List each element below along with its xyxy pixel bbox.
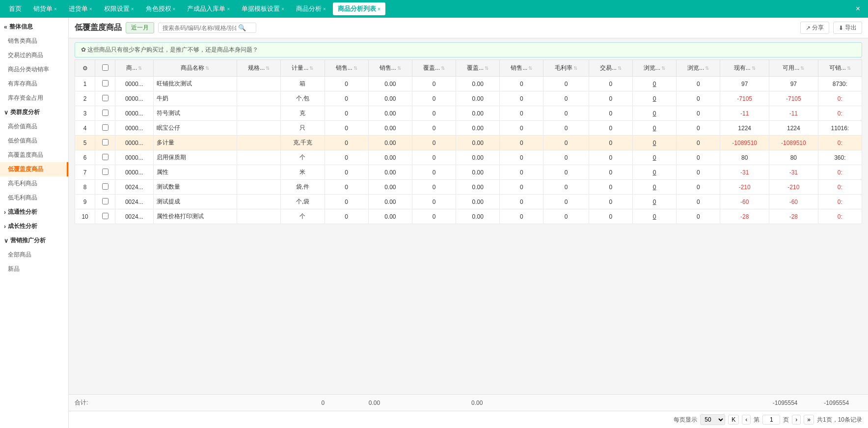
row-checkbox[interactable] [95, 150, 115, 165]
row-checkbox[interactable] [95, 195, 115, 209]
col-available[interactable]: 可用...⇅ [769, 60, 818, 77]
sidebar-item-new-goods[interactable]: 新品 [0, 262, 68, 276]
row-spec [237, 165, 281, 180]
nav-close-roles[interactable]: × [173, 6, 176, 12]
sidebar-item-low-coverage[interactable]: 低覆盖度商品 [0, 162, 68, 176]
export-button[interactable]: ⬇ 导出 [833, 22, 862, 34]
per-page-select[interactable]: 50 20 100 [700, 414, 725, 425]
nav-item-home[interactable]: 首页 [4, 2, 27, 15]
sidebar-item-traded-goods[interactable]: 交易过的商品 [0, 48, 68, 62]
row-browse2: 0 [677, 77, 720, 91]
row-sale-amt: 0.00 [368, 91, 412, 106]
date-filter-button[interactable]: 近一月 [126, 22, 154, 33]
nav-item-templates[interactable]: 单据模板设置 × [237, 2, 289, 15]
row-checkbox[interactable] [95, 136, 115, 150]
col-coverage2[interactable]: 覆盖...⇅ [456, 60, 500, 77]
sidebar-section-overview[interactable]: « 整体信息 [0, 20, 68, 34]
row-sale-count: 0 [500, 165, 543, 180]
sidebar-item-high-coverage[interactable]: 高覆盖度商品 [0, 148, 68, 162]
row-checkbox[interactable] [95, 91, 115, 106]
sidebar-item-stocked-goods[interactable]: 有库存商品 [0, 77, 68, 91]
nav-close-templates[interactable]: × [281, 6, 284, 12]
col-unit[interactable]: 计量...⇅ [281, 60, 325, 77]
sidebar-section-growth[interactable]: › 成长性分析 [0, 219, 68, 233]
col-sale-amt[interactable]: 销售...⇅ [368, 60, 412, 77]
row-sale-qty: 0 [325, 209, 368, 224]
row-number: 2 [75, 91, 95, 106]
col-settings[interactable]: ⚙ [75, 60, 95, 77]
sort-icon-cov2: ⇅ [485, 65, 488, 71]
nav-item-permissions[interactable]: 权限设置 × [99, 2, 139, 15]
col-spec[interactable]: 规格...⇅ [237, 60, 281, 77]
sidebar-item-inventory-capital[interactable]: 库存资金占用 [0, 91, 68, 105]
sidebar-item-category-rate[interactable]: 商品分类动销率 [0, 62, 68, 77]
sidebar-item-low-value[interactable]: 低价值商品 [0, 134, 68, 148]
row-sale-qty: 0 [325, 136, 368, 150]
next-page-button[interactable]: › [792, 415, 801, 425]
total-current-stock: -1095554 [760, 399, 811, 406]
nav-item-analytics-list[interactable]: 商品分析列表 × [333, 2, 385, 15]
nav-close-sales[interactable]: × [54, 6, 57, 12]
last-page-button[interactable]: » [804, 415, 814, 425]
top-navigation: 首页 销货单 × 进货单 × 权限设置 × 角色授权 × 产成品入库单 × 单据… [0, 0, 868, 18]
nav-item-inventory[interactable]: 产成品入库单 × [182, 2, 235, 15]
page-title: 低覆盖度商品 [75, 23, 122, 33]
row-checkbox[interactable] [95, 180, 115, 195]
sidebar-item-high-margin[interactable]: 高毛利商品 [0, 176, 68, 191]
info-banner: ✿ 这些商品只有很少客户购买过，是推广不够，还是商品本身问题？ [75, 42, 862, 57]
table-row: 50000...多计量克,千克00.0000.0000000-1089510-1… [75, 136, 862, 150]
nav-item-purchase[interactable]: 进货单 × [64, 2, 97, 15]
col-sellable[interactable]: 可销...⇅ [818, 60, 862, 77]
row-sale-count: 0 [500, 91, 543, 106]
row-name: 眠宝公仔 [153, 121, 237, 136]
col-gross-margin[interactable]: 毛利率⇅ [543, 60, 589, 77]
row-checkbox[interactable] [95, 209, 115, 224]
share-button[interactable]: ↗ 分享 [800, 22, 829, 34]
row-gross-margin: 0 [543, 209, 589, 224]
nav-item-analytics[interactable]: 商品分析 × [291, 2, 331, 15]
window-close-button[interactable]: × [852, 4, 864, 13]
current-page-input[interactable] [762, 415, 780, 425]
row-checkbox[interactable] [95, 165, 115, 180]
sidebar-item-all-goods[interactable]: 全部商品 [0, 248, 68, 262]
col-checkbox[interactable] [95, 60, 115, 77]
nav-close-analytics-list[interactable]: × [378, 6, 380, 12]
sidebar-item-high-value[interactable]: 高价值商品 [0, 119, 68, 134]
nav-item-sales[interactable]: 销货单 × [28, 2, 62, 15]
col-code[interactable]: 商...⇅ [115, 60, 153, 77]
row-checkbox[interactable] [95, 106, 115, 121]
row-unit: 个 [281, 209, 325, 224]
col-trade[interactable]: 交易...⇅ [589, 60, 632, 77]
row-sale-qty: 0 [325, 77, 368, 91]
table-row: 10000...旺铺批次测试箱00.0000.000000097978730: [75, 77, 862, 91]
nav-close-purchase[interactable]: × [89, 6, 92, 12]
row-spec [237, 121, 281, 136]
sidebar-section-cluster[interactable]: ∨ 类群度分析 [0, 105, 68, 119]
select-all-checkbox[interactable] [102, 64, 108, 71]
nav-close-permissions[interactable]: × [131, 6, 134, 12]
col-name[interactable]: 商品名称⇅ [153, 60, 237, 77]
sidebar-section-circulation[interactable]: › 流通性分析 [0, 205, 68, 219]
search-input[interactable] [163, 25, 236, 31]
sidebar-item-low-margin[interactable]: 低毛利商品 [0, 191, 68, 205]
row-checkbox[interactable] [95, 121, 115, 136]
row-available-stock: 80 [769, 150, 818, 165]
col-coverage1[interactable]: 覆盖...⇅ [412, 60, 456, 77]
row-sellable: 11016: [818, 121, 862, 136]
row-checkbox[interactable] [95, 77, 115, 91]
col-current-stock[interactable]: 现有...⇅ [720, 60, 769, 77]
sidebar-section-marketing[interactable]: ∨ 营销推广分析 [0, 233, 68, 248]
col-sale-qty[interactable]: 销售...⇅ [325, 60, 368, 77]
row-name: 启用保质期 [153, 150, 237, 165]
first-page-button[interactable]: K [728, 415, 739, 425]
row-name: 牛奶 [153, 91, 237, 106]
col-sale-count[interactable]: 销售...⇅ [500, 60, 543, 77]
sidebar-item-sales-goods[interactable]: 销售类商品 [0, 34, 68, 48]
nav-close-inventory[interactable]: × [227, 6, 230, 12]
nav-item-roles[interactable]: 角色授权 × [141, 2, 181, 15]
prev-page-button[interactable]: ‹ [742, 415, 751, 425]
col-browse1[interactable]: 浏览...⇅ [632, 60, 676, 77]
col-browse2[interactable]: 浏览...⇅ [677, 60, 720, 77]
data-table: ⚙ 商...⇅ 商品名称⇅ 规格...⇅ 计量...⇅ 销售...⇅ 销售...… [75, 59, 862, 224]
nav-close-analytics[interactable]: × [323, 6, 326, 12]
